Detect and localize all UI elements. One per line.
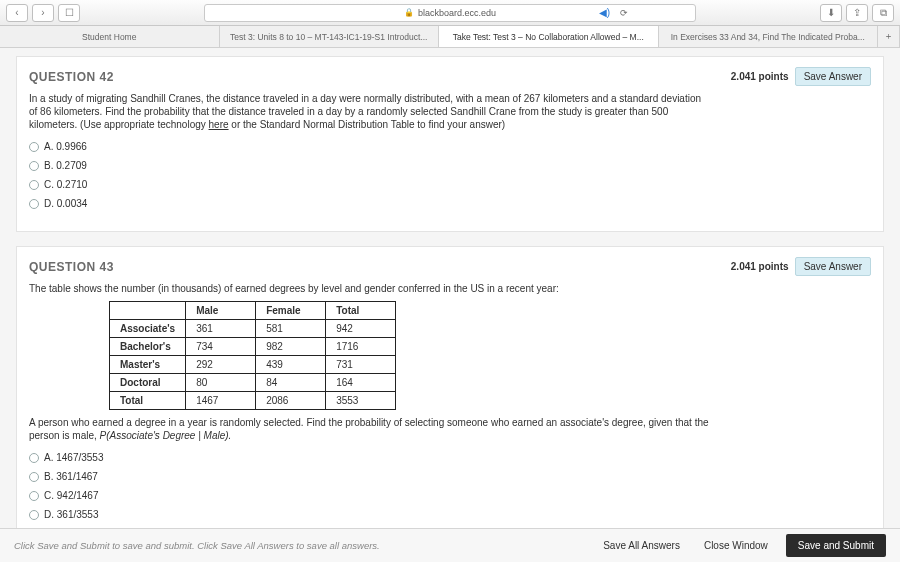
radio-43d[interactable]	[29, 510, 39, 520]
save-answer-button[interactable]: Save Answer	[795, 67, 871, 86]
radio-42d[interactable]	[29, 199, 39, 209]
options-42: A. 0.9966 B. 0.2709 C. 0.2710 D. 0.0034	[29, 141, 871, 209]
radio-42a[interactable]	[29, 142, 39, 152]
radio-43a[interactable]	[29, 453, 39, 463]
bottom-bar: Click Save and Submit to save and submit…	[0, 528, 900, 562]
tab-take-test[interactable]: Take Test: Test 3 – No Collaboration All…	[439, 26, 659, 47]
tab-test3-units[interactable]: Test 3: Units 8 to 10 – MT-143-IC1-19-S1…	[220, 26, 440, 47]
radio-43c[interactable]	[29, 491, 39, 501]
save-answer-button[interactable]: Save Answer	[795, 257, 871, 276]
content-area: QUESTION 42 2.041 points Save Answer In …	[0, 48, 900, 528]
option-label: B. 0.2709	[44, 160, 87, 171]
question-title: QUESTION 42	[29, 70, 114, 84]
save-all-answers-button[interactable]: Save All Answers	[597, 536, 686, 555]
radio-42c[interactable]	[29, 180, 39, 190]
radio-42b[interactable]	[29, 161, 39, 171]
address-bar[interactable]: 🔒 blackboard.ecc.edu ◀) ⟳	[204, 4, 696, 22]
degrees-table: MaleFemaleTotal Associate's361581942 Bac…	[109, 301, 396, 410]
new-tab-button[interactable]: ＋	[878, 26, 900, 47]
table-row: Associate's361581942	[110, 320, 396, 338]
bottom-hint: Click Save and Submit to save and submit…	[14, 540, 380, 551]
question-42: QUESTION 42 2.041 points Save Answer In …	[16, 56, 884, 232]
question-text: The table shows the number (in thousands…	[29, 282, 709, 442]
share-button[interactable]: ⇪	[846, 4, 868, 22]
tabs-bar: Student Home Test 3: Units 8 to 10 – MT-…	[0, 26, 900, 48]
radio-43b[interactable]	[29, 472, 39, 482]
table-row: Doctoral8084164	[110, 374, 396, 392]
sound-icon[interactable]: ◀)	[599, 7, 610, 18]
points-label: 2.041 points	[731, 261, 789, 272]
tab-exercises[interactable]: In Exercises 33 And 34, Find The Indicat…	[659, 26, 879, 47]
table-row: Bachelor's7349821716	[110, 338, 396, 356]
forward-button[interactable]: ›	[32, 4, 54, 22]
tabs-button[interactable]: ⧉	[872, 4, 894, 22]
points-label: 2.041 points	[731, 71, 789, 82]
here-link[interactable]: here	[209, 119, 229, 130]
reload-icon[interactable]: ⟳	[620, 8, 628, 18]
question-title: QUESTION 43	[29, 260, 114, 274]
question-43: QUESTION 43 2.041 points Save Answer The…	[16, 246, 884, 528]
close-window-button[interactable]: Close Window	[698, 536, 774, 555]
option-label: A. 1467/3553	[44, 452, 104, 463]
option-label: C. 0.2710	[44, 179, 87, 190]
options-43: A. 1467/3553 B. 361/1467 C. 942/1467 D. …	[29, 452, 871, 520]
option-label: A. 0.9966	[44, 141, 87, 152]
back-button[interactable]: ‹	[6, 4, 28, 22]
option-label: D. 361/3553	[44, 509, 99, 520]
browser-toolbar: ‹ › ☐ 🔒 blackboard.ecc.edu ◀) ⟳ ⬇ ⇪ ⧉	[0, 0, 900, 26]
option-label: D. 0.0034	[44, 198, 87, 209]
save-and-submit-button[interactable]: Save and Submit	[786, 534, 886, 557]
table-row: Total146720863553	[110, 392, 396, 410]
option-label: C. 942/1467	[44, 490, 99, 501]
tab-student-home[interactable]: Student Home	[0, 26, 220, 47]
sidebar-button[interactable]: ☐	[58, 4, 80, 22]
download-button[interactable]: ⬇	[820, 4, 842, 22]
option-label: B. 361/1467	[44, 471, 98, 482]
url-text: blackboard.ecc.edu	[418, 8, 496, 18]
lock-icon: 🔒	[404, 8, 414, 17]
table-row: Master's292439731	[110, 356, 396, 374]
question-text: In a study of migrating Sandhill Cranes,…	[29, 92, 709, 131]
